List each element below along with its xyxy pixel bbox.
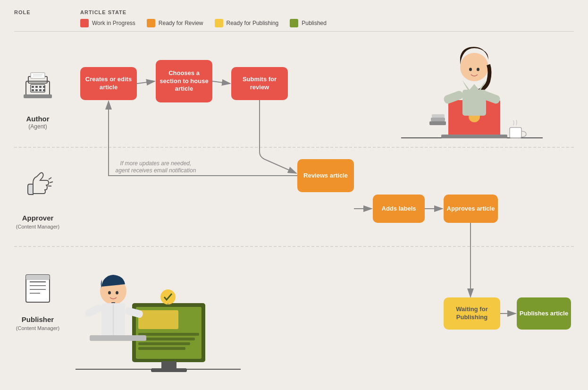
approver-sub: (Content Manager) <box>16 224 59 229</box>
svg-rect-30 <box>441 135 507 138</box>
note-line2: agent receives email notification <box>116 167 196 174</box>
approver-icon <box>28 173 53 195</box>
author-icon <box>24 73 52 98</box>
svg-rect-51 <box>151 368 187 372</box>
svg-line-18 <box>50 182 53 183</box>
svg-point-52 <box>160 289 176 305</box>
svg-line-17 <box>49 178 51 179</box>
svg-rect-11 <box>39 89 42 91</box>
legend-box-review <box>147 19 155 27</box>
svg-rect-47 <box>138 338 195 340</box>
svg-rect-45 <box>138 310 178 329</box>
state-column-header: ARTICLE STATE Work in Progress Ready for… <box>80 9 574 27</box>
legend-label-wip: Work in Progress <box>92 20 135 26</box>
svg-rect-14 <box>31 73 45 78</box>
svg-point-36 <box>460 53 488 81</box>
main-diagram-svg: Author (Agent) Approver (Content Manager… <box>14 34 574 374</box>
author-sub: (Agent) <box>28 123 47 130</box>
svg-rect-25 <box>26 275 50 280</box>
arrow-creates-chooses <box>137 81 155 84</box>
svg-rect-8 <box>43 86 45 88</box>
svg-rect-62 <box>90 335 146 341</box>
publisher-name: Publisher <box>22 315 54 323</box>
legend-box-published <box>290 19 298 27</box>
svg-rect-13 <box>24 94 52 98</box>
svg-rect-32 <box>429 121 446 125</box>
svg-point-37 <box>469 68 472 71</box>
svg-rect-34 <box>432 114 445 118</box>
reviewer-character <box>401 47 543 138</box>
header-divider <box>14 31 574 32</box>
svg-rect-49 <box>138 347 185 350</box>
legend-item-review: Ready for Review <box>147 19 203 27</box>
header-row: ROLE ARTICLE STATE Work in Progress Read… <box>14 9 574 27</box>
svg-rect-12 <box>43 89 45 91</box>
svg-point-55 <box>108 291 111 295</box>
svg-rect-60 <box>84 304 103 318</box>
svg-rect-33 <box>431 118 445 121</box>
svg-rect-10 <box>35 89 38 91</box>
legend-item-published: Published <box>290 19 327 27</box>
svg-rect-35 <box>510 127 521 138</box>
legend: Work in Progress Ready for Review Ready … <box>80 19 574 27</box>
diagram-container: ROLE ARTICLE STATE Work in Progress Read… <box>0 0 588 390</box>
svg-point-38 <box>477 68 479 71</box>
approver-name: Approver <box>22 214 54 222</box>
publisher-character <box>76 275 241 372</box>
role-column-header: ROLE <box>14 9 80 15</box>
svg-rect-48 <box>138 342 190 345</box>
svg-rect-7 <box>39 86 42 88</box>
svg-rect-46 <box>138 333 199 336</box>
publisher-sub: (Content Manager) <box>16 325 59 331</box>
arrow-chooses-submits <box>212 81 230 84</box>
note-line1: If more updates are needed, <box>120 160 192 167</box>
publisher-icon <box>26 275 50 302</box>
svg-rect-5 <box>32 86 34 88</box>
svg-rect-9 <box>32 89 34 91</box>
legend-label-review: Ready for Review <box>159 20 203 26</box>
author-name: Author <box>26 115 49 123</box>
svg-point-56 <box>116 291 118 295</box>
legend-label-publishing: Ready for Publishing <box>227 20 279 26</box>
svg-rect-6 <box>35 86 38 88</box>
legend-box-wip <box>80 19 89 27</box>
legend-label-published: Published <box>302 20 327 26</box>
legend-item-wip: Work in Progress <box>80 19 135 27</box>
legend-item-publishing: Ready for Publishing <box>215 19 279 27</box>
state-title: ARTICLE STATE <box>80 9 574 15</box>
arrow-submits-reviews <box>260 100 296 173</box>
legend-box-publishing <box>215 19 223 27</box>
